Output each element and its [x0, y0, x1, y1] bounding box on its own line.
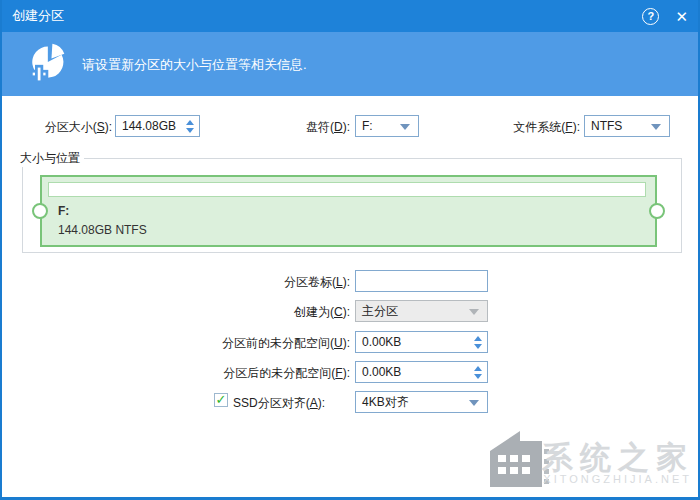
partition-used-strip — [48, 182, 646, 197]
volume-label-label: 分区卷标(L): — [102, 274, 350, 291]
drive-letter-label: 盘符(D): — [242, 119, 350, 136]
content-area: 分区大小(S): 144.08GB 盘符(D): F: 文件系统(F): NTF… — [2, 96, 698, 497]
drive-letter-select[interactable]: F: — [355, 115, 419, 137]
ssd-align-select[interactable]: 4KB对齐 — [355, 391, 488, 413]
resize-handle-left[interactable] — [32, 203, 48, 219]
window-title: 创建分区 — [12, 7, 64, 25]
help-icon[interactable]: ? — [642, 8, 659, 25]
create-as-select: 主分区 — [355, 300, 488, 322]
filesystem-label: 文件系统(F): — [472, 119, 580, 136]
chevron-down-icon — [651, 124, 661, 130]
volume-label-input[interactable] — [355, 270, 488, 292]
space-before-spinner — [474, 336, 482, 349]
titlebar: 创建分区 ? ✕ — [2, 0, 698, 32]
partition-size-input[interactable]: 144.08GB — [115, 115, 200, 137]
space-after-input[interactable]: 0.00KB — [355, 361, 488, 383]
spin-down-icon[interactable] — [474, 344, 482, 349]
watermark-brand: 系统之家 — [542, 437, 694, 479]
space-after-spinner — [474, 366, 482, 379]
xitongzhijia-logo — [484, 427, 552, 493]
space-before-input[interactable]: 0.00KB — [355, 331, 488, 353]
space-after-label: 分区后的未分配空间(F): — [102, 365, 350, 382]
watermark-site: XITONGZHIJIA.NET — [543, 473, 692, 485]
ssd-align-checkbox[interactable]: ✓ — [214, 393, 228, 407]
create-as-label: 创建为(C): — [102, 304, 350, 321]
chevron-down-icon — [469, 400, 479, 406]
partition-bar[interactable]: F: 144.08GB NTFS — [40, 175, 657, 247]
spin-down-icon[interactable] — [186, 128, 194, 133]
titlebar-buttons: ? ✕ — [642, 8, 688, 25]
partition-pie-icon — [24, 41, 68, 85]
spin-down-icon[interactable] — [474, 374, 482, 379]
space-before-label: 分区前的未分配空间(U): — [102, 335, 350, 352]
spin-up-icon[interactable] — [474, 366, 482, 371]
partition-size-label: 分区大小(S): — [22, 119, 112, 136]
chevron-down-icon — [400, 124, 410, 130]
partition-name: F: — [58, 204, 69, 218]
create-partition-dialog: 创建分区 ? ✕ 请设置新分区的大小与位置等相关信息. 分区大小(S): — [0, 0, 700, 500]
partition-info: 144.08GB NTFS — [58, 223, 147, 237]
close-icon[interactable]: ✕ — [675, 9, 688, 24]
dialog-body: 创建分区 ? ✕ 请设置新分区的大小与位置等相关信息. 分区大小(S): — [2, 0, 698, 497]
partition-size-spinner — [186, 120, 194, 133]
filesystem-select[interactable]: NTFS — [584, 115, 670, 137]
header-message: 请设置新分区的大小与位置等相关信息. — [82, 56, 307, 74]
ssd-align-label: SSD分区对齐(A): — [233, 395, 325, 412]
resize-handle-right[interactable] — [649, 203, 665, 219]
size-position-legend: 大小与位置 — [16, 150, 84, 167]
watermark: 系统之家 XITONGZHIJIA.NET — [488, 435, 698, 497]
spin-up-icon[interactable] — [186, 120, 194, 125]
chevron-down-icon — [469, 309, 479, 315]
spin-up-icon[interactable] — [474, 336, 482, 341]
header-banner: 请设置新分区的大小与位置等相关信息. — [2, 32, 698, 96]
